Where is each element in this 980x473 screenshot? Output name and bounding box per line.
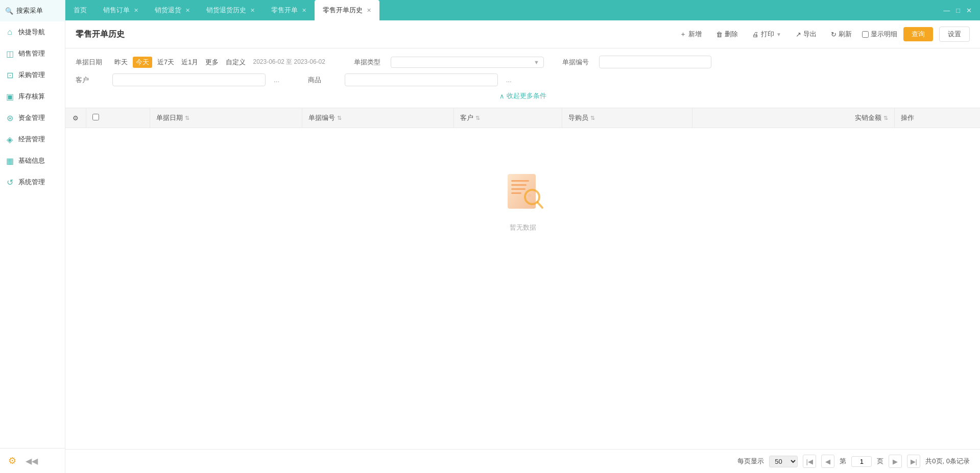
sidebar-item-label: 快捷导航 [18,28,45,37]
no-sort-icon: ⇅ [337,115,342,121]
date-opt-last-month[interactable]: 近1月 [179,57,200,68]
last-page-btn[interactable]: ▶| [907,455,920,468]
customer-input[interactable] [112,73,266,86]
tab-retail-open[interactable]: 零售开单 ✕ [263,0,315,20]
total-info: 共0页, 0条记录 [925,457,970,466]
first-page-btn[interactable]: |◀ [803,455,816,468]
show-detail-checkbox[interactable]: 显示明细 [862,30,897,39]
window-close-btn[interactable]: ✕ [966,7,972,14]
customer-select-icon[interactable]: ... [274,76,279,84]
show-detail-input[interactable] [862,31,869,38]
tab-bar: 首页 销售订单 ✕ 销货退货 ✕ 销货退货历史 ✕ 零售开单 ✕ 零售开单历史 … [65,0,980,20]
refresh-button[interactable]: ↻ 刷新 [827,28,856,41]
export-label: 导出 [803,30,817,39]
page-input[interactable] [851,456,872,467]
sidebar-search[interactable]: 🔍 搜索采单 [0,0,65,21]
print-button[interactable]: 🖨 打印 ▼ [748,28,785,41]
date-opt-today[interactable]: 今天 [133,57,152,68]
collapse-filter-btn[interactable]: ∧ 收起更多条件 [76,91,970,101]
sidebar-item-quick-nav[interactable]: ⌂ 快捷导航 [0,21,65,43]
operations-icon: ◈ [5,135,14,144]
sidebar-item-label: 库存核算 [18,92,45,101]
page-size-select[interactable]: 50 20 100 [769,456,798,467]
tab-sales-order-label: 销售订单 [103,6,130,15]
delete-button[interactable]: 🗑 删除 [712,28,742,41]
filter-row-1: 单据日期 昨天 今天 近7天 近1月 更多 自定义 2023-06-02 至 2… [76,56,970,68]
date-opt-more[interactable]: 更多 [203,57,221,68]
date-range-display: 2023-06-02 至 2023-06-02 [253,58,325,66]
purchase-icon: ⊡ [5,70,14,80]
per-page-label: 每页显示 [737,457,764,466]
page-title: 零售开单历史 [76,29,125,40]
table-col-no[interactable]: 单据编号 ⇅ [302,108,454,128]
table-col-amount[interactable]: 实销金额 ⇅ [692,108,895,128]
bill-no-input[interactable] [599,56,711,68]
guide-sort-icon: ⇅ [590,115,595,121]
table-col-date[interactable]: 单据日期 ⇅ [150,108,302,128]
tab-home[interactable]: 首页 [65,0,95,20]
table-col-settings[interactable]: ⚙ [65,108,86,128]
goods-input[interactable] [345,73,498,86]
tab-retail-history-close[interactable]: ✕ [367,7,371,14]
sidebar-item-sales-mgmt[interactable]: ◫ 销售管理 [0,43,65,64]
prev-page-btn[interactable]: ◀ [821,455,834,468]
sidebar-item-inventory[interactable]: ▣ 库存核算 [0,86,65,107]
window-maximize-btn[interactable]: □ [956,7,960,14]
query-button[interactable]: 查询 [903,27,933,41]
amount-sort-icon: ⇅ [883,115,888,121]
select-all-checkbox[interactable] [92,114,99,120]
table-col-checkbox[interactable] [86,108,150,128]
collapse-chevron-icon: ∧ [499,92,505,100]
sidebar: 🔍 搜索采单 ⌂ 快捷导航 ◫ 销售管理 ⊡ 采购管理 ▣ 库存核算 ⊛ 资金管… [0,0,65,473]
table-settings-icon[interactable]: ⚙ [73,114,79,122]
export-icon: ↗ [796,31,801,38]
tab-retail-open-close[interactable]: ✕ [302,7,306,14]
tab-sales-order[interactable]: 销售订单 ✕ [95,0,147,20]
print-icon: 🖨 [752,31,759,38]
sidebar-item-operations[interactable]: ◈ 经营管理 [0,129,65,150]
system-icon: ↺ [5,178,14,187]
date-opt-custom[interactable]: 自定义 [224,57,248,68]
sidebar-item-purchase-mgmt[interactable]: ⊡ 采购管理 [0,64,65,86]
page-header: 零售开单历史 ＋ 新增 🗑 删除 🖨 打印 ▼ ↗ 导出 ↻ 刷新 [65,20,980,48]
goods-select-icon[interactable]: ... [506,76,512,84]
window-minimize-btn[interactable]: — [943,7,950,14]
query-label: 查询 [912,30,925,39]
tab-sales-return-history-close[interactable]: ✕ [250,7,255,14]
date-opt-last7[interactable]: 近7天 [155,57,176,68]
sidebar-item-label: 系统管理 [18,178,45,187]
table-col-guide[interactable]: 导购员 ⇅ [562,108,692,128]
tab-sales-return-close[interactable]: ✕ [185,7,190,14]
sales-icon: ◫ [5,49,14,58]
main-content: 首页 销售订单 ✕ 销货退货 ✕ 销货退货历史 ✕ 零售开单 ✕ 零售开单历史 … [65,0,980,473]
tab-sales-order-close[interactable]: ✕ [134,7,138,14]
svg-rect-2 [511,184,527,186]
settings-bottom-icon[interactable]: ⚙ [5,454,19,468]
sidebar-item-sys-mgmt[interactable]: ↺ 系统管理 [0,171,65,193]
inventory-icon: ▣ [5,92,14,101]
export-button[interactable]: ↗ 导出 [792,28,821,41]
print-chevron-icon: ▼ [776,32,781,37]
tab-sales-return[interactable]: 销货退货 ✕ [147,0,198,20]
date-opt-yesterday[interactable]: 昨天 [112,57,130,68]
data-table: ⚙ 单据日期 ⇅ 单据编号 ⇅ [65,108,980,128]
sidebar-bottom: ⚙ ◀◀ [0,448,65,473]
bill-type-select[interactable]: ▼ [391,57,544,68]
add-button[interactable]: ＋ 新增 [676,28,706,41]
svg-rect-4 [511,192,521,194]
table-col-customer[interactable]: 客户 ⇅ [454,108,562,128]
date-options: 昨天 今天 近7天 近1月 更多 自定义 2023-06-02 至 2023-0… [112,57,325,68]
collapse-sidebar-icon[interactable]: ◀◀ [25,454,39,468]
svg-rect-3 [511,188,525,190]
empty-text: 暂无数据 [510,223,536,232]
customer-sort-icon: ⇅ [475,115,480,121]
tab-retail-history[interactable]: 零售开单历史 ✕ [315,0,379,20]
tab-sales-return-history-label: 销货退货历史 [206,6,246,15]
tab-sales-return-history[interactable]: 销货退货历史 ✕ [198,0,263,20]
sidebar-item-basic-info[interactable]: ▦ 基础信息 [0,150,65,171]
settings-button[interactable]: 设置 [939,27,970,42]
sidebar-item-finance[interactable]: ⊛ 资金管理 [0,107,65,129]
toolbar: ＋ 新增 🗑 删除 🖨 打印 ▼ ↗ 导出 ↻ 刷新 显示明细 [676,27,970,42]
next-page-btn[interactable]: ▶ [889,455,902,468]
svg-point-7 [528,194,531,197]
